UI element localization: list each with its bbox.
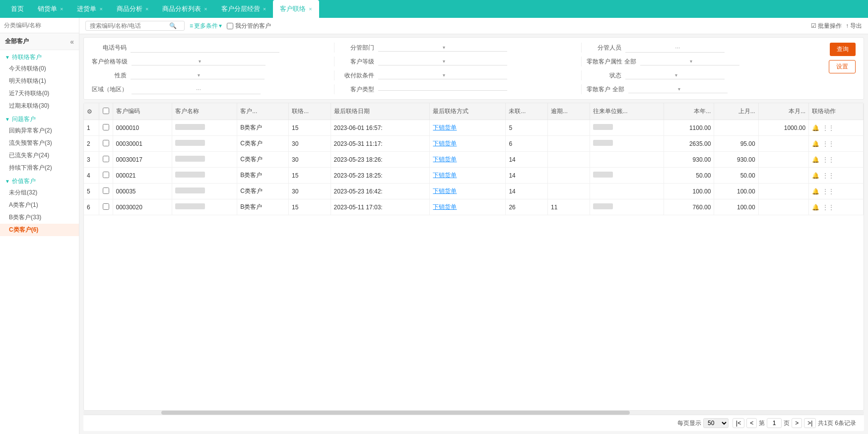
settings-button[interactable]: 设置 [829,60,856,73]
filter-nature-select[interactable]: ▾ [131,71,265,79]
contact-icon[interactable]: 🔔 [812,156,819,163]
more-icon[interactable]: ⋮⋮ [822,140,834,147]
export-btn[interactable]: ↑ 导出 [846,22,862,30]
row-last-method[interactable]: 下销货单 [430,168,506,184]
sidebar-item-已流失客户(24)[interactable]: 已流失客户(24) [0,149,79,162]
row-checkbox-cell[interactable] [99,120,113,136]
contact-icon[interactable]: 🔔 [812,204,819,211]
contact-icon[interactable]: 🔔 [812,140,819,147]
all-customers-header[interactable]: 全部客户 « [0,33,79,50]
row-actions[interactable]: 🔔⋮⋮ [809,199,864,215]
close-icon[interactable]: × [145,6,148,12]
contact-icon[interactable]: 🔔 [812,188,819,195]
search-icon[interactable]: 🔍 [169,22,177,29]
sidebar-item-回购异常客户(2)[interactable]: 回购异常客户(2) [0,124,79,137]
row-checkbox[interactable] [103,124,109,130]
filter-dept-select[interactable]: ▾ [378,44,507,52]
sidebar-item-明天待联络(1)[interactable]: 明天待联络(1) [0,75,79,87]
next-page-btn[interactable]: > [792,418,802,428]
row-actions[interactable]: 🔔⋮⋮ [809,136,864,152]
row-last-method[interactable]: 下销货单 [430,152,506,168]
filter-payment-select[interactable]: ▾ [378,71,507,79]
row-last-method[interactable]: 下销货单 [430,120,506,136]
contact-icon[interactable]: 🔔 [812,172,819,179]
sidebar-group-价值客户[interactable]: ▼价值客户 [0,174,79,186]
filter-manager-select[interactable]: ··· [625,43,725,53]
row-last-method[interactable]: 下销货单 [430,184,506,199]
row-checkbox-cell[interactable] [99,184,113,199]
row-checkbox-cell[interactable] [99,168,113,184]
sidebar-item-B类客户(33)[interactable]: B类客户(33) [0,211,79,224]
settings-col-header[interactable]: ⚙ [84,103,99,120]
nav-item-进货单[interactable]: 进货单× [70,0,109,18]
select-all-checkbox[interactable] [103,108,109,114]
filter-status-select[interactable]: ▾ [625,71,725,79]
filter-retail-customer-select[interactable]: ▾ [628,85,728,93]
sidebar-group-问题客户[interactable]: ▼问题客户 [0,112,79,124]
nav-item-销货单[interactable]: 销货单× [31,0,70,18]
last-page-btn[interactable]: >| [804,418,816,428]
sidebar-search-input[interactable] [4,22,78,29]
first-page-btn[interactable]: |< [733,418,744,428]
query-button[interactable]: 查询 [830,43,856,56]
sidebar-item-流失预警客户(3)[interactable]: 流失预警客户(3) [0,137,79,149]
close-icon[interactable]: × [309,6,312,12]
filter-region-select[interactable]: ··· [132,85,261,94]
row-last-method[interactable]: 下销货单 [430,199,506,215]
more-icon[interactable]: ⋮⋮ [822,188,834,195]
more-conditions-btn[interactable]: ≡ 更多条件 ▾ [190,22,222,30]
row-actions[interactable]: 🔔⋮⋮ [809,120,864,136]
horizontal-scrollbar[interactable] [83,411,864,415]
nav-item-客户联络[interactable]: 客户联络× [273,0,319,18]
filter-retail-attr-select[interactable]: ▾ [640,58,739,65]
account-col-header: 往来单位账... [590,103,664,120]
nav-item-商品分析列表[interactable]: 商品分析列表× [155,0,214,18]
close-icon[interactable]: × [263,6,266,12]
close-icon[interactable]: × [99,6,102,12]
sidebar-item-近7天待联络(0)[interactable]: 近7天待联络(0) [0,87,79,100]
more-icon[interactable]: ⋮⋮ [822,156,834,163]
sidebar-item-A类客户(1)[interactable]: A类客户(1) [0,199,79,211]
checkbox-col-header[interactable] [99,103,113,120]
filter-customer-level-select[interactable]: ▾ [378,58,507,65]
more-icon[interactable]: ⋮⋮ [822,172,834,179]
sidebar-item-未分组(32)[interactable]: 未分组(32) [0,186,79,199]
row-checkbox-cell[interactable] [99,136,113,152]
page-number-input[interactable] [767,418,782,428]
contact-icon[interactable]: 🔔 [812,124,819,131]
row-checkbox-cell[interactable] [99,199,113,215]
sidebar-item-过期未联络(30)[interactable]: 过期未联络(30) [0,100,79,112]
row-checkbox[interactable] [103,156,109,162]
row-checkbox[interactable] [103,203,109,210]
my-customers-checkbox[interactable]: 我分管的客户 [227,22,271,30]
nav-item-首页[interactable]: 首页 [4,0,31,18]
sidebar-item-持续下滑客户(2)[interactable]: 持续下滑客户(2) [0,162,79,174]
scrollbar-thumb[interactable] [161,411,630,415]
more-icon[interactable]: ⋮⋮ [822,204,834,211]
sidebar-item-C类客户(6)[interactable]: C类客户(6) [0,224,79,236]
nav-item-客户分层经营[interactable]: 客户分层经营× [214,0,273,18]
per-page-select[interactable]: 50 100 200 [703,418,729,428]
row-checkbox[interactable] [103,140,109,146]
row-checkbox[interactable] [103,187,109,194]
row-overdue [547,168,590,184]
sidebar-group-待联络客户[interactable]: ▼待联络客户 [0,50,79,62]
search-input[interactable] [90,22,169,29]
filter-price-level-select[interactable]: ▾ [132,58,266,65]
filter-phone-input[interactable] [131,43,279,53]
close-icon[interactable]: × [60,6,63,12]
row-actions[interactable]: 🔔⋮⋮ [809,152,864,168]
row-checkbox[interactable] [103,172,109,178]
row-actions[interactable]: 🔔⋮⋮ [809,168,864,184]
row-last-method[interactable]: 下销货单 [430,136,506,152]
prev-page-btn[interactable]: < [746,418,757,428]
nav-item-商品分析[interactable]: 商品分析× [110,0,155,18]
my-customers-check[interactable] [227,23,233,29]
row-actions[interactable]: 🔔⋮⋮ [809,184,864,199]
sidebar-item-今天待联络(0)[interactable]: 今天待联络(0) [0,62,79,75]
close-icon[interactable]: × [204,6,207,12]
batch-ops-btn[interactable]: ☑ 批量操作 [811,22,842,30]
row-checkbox-cell[interactable] [99,152,113,168]
filter-customer-type-select[interactable] [378,88,507,91]
more-icon[interactable]: ⋮⋮ [822,124,834,131]
